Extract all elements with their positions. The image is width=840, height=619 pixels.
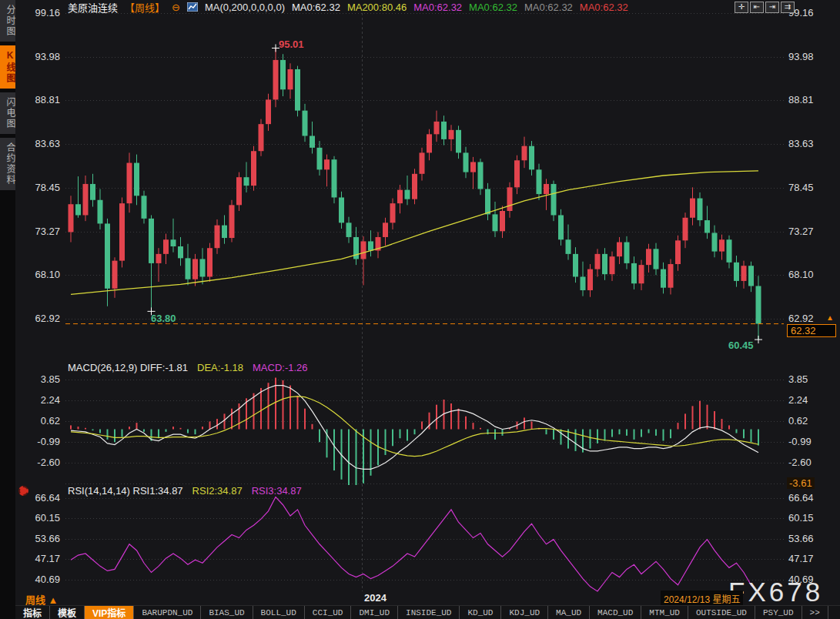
price-tick-label: -0.99 xyxy=(26,436,60,447)
macd-dea-label: DEA:-1.18 xyxy=(197,362,243,373)
price-tick-label: 2.24 xyxy=(788,394,808,406)
price-tick-label: 40.69 xyxy=(26,574,60,585)
price-tick-label: 83.63 xyxy=(26,138,60,149)
sidebar-tab-合约资料[interactable]: 合约资料 xyxy=(0,138,15,190)
toolbar-item-MA_UD[interactable]: MA_UD xyxy=(548,606,590,619)
price-tick-label: 47.17 xyxy=(26,553,60,564)
ma-value-label: MA0:62.32 xyxy=(580,2,628,13)
toolbar-item-OUTSIDE_UD[interactable]: OUTSIDE_UD xyxy=(688,606,755,619)
price-tick-label: 88.81 xyxy=(788,94,814,105)
sidebar-tab-K线图[interactable]: K线图 xyxy=(0,45,15,89)
toolbar-item->>[interactable]: >> xyxy=(802,606,828,619)
macd-layer xyxy=(70,378,759,485)
toolbar-item-KDJ_UD[interactable]: KDJ_UD xyxy=(501,606,548,619)
price-tick-label: 66.64 xyxy=(788,492,814,504)
price-tick-label: 93.98 xyxy=(26,51,60,62)
rsi-line xyxy=(71,497,758,593)
price-tick-label: 0.62 xyxy=(26,415,60,427)
price-tick-label: -0.99 xyxy=(788,436,812,447)
price-tick-label: 88.81 xyxy=(26,94,60,105)
toolbar-item-模板[interactable]: 模板 xyxy=(50,606,85,619)
chart-type-icon[interactable] xyxy=(187,2,198,12)
toolbar-item-BOLL_UD[interactable]: BOLL_UD xyxy=(253,606,305,619)
toolbar-item-MACD_UD[interactable]: MACD_UD xyxy=(590,606,641,619)
price-tick-label: 93.98 xyxy=(788,51,814,62)
price-tick-label: 66.64 xyxy=(26,492,60,504)
price-tick-label: 73.27 xyxy=(788,226,814,237)
toolbar-item-MTM_UD[interactable]: MTM_UD xyxy=(641,606,688,619)
price-tick-label: 0.62 xyxy=(788,415,808,427)
macd-diff-label: MACD(26,12,9) DIFF:-1.81 xyxy=(68,362,188,373)
ma-formula-label: MA(0,200,0,0,0,0) xyxy=(205,2,285,13)
price-tick-label: 83.63 xyxy=(788,138,814,149)
toolbar-item-KD_UD[interactable]: KD_UD xyxy=(460,606,501,619)
window-buttons: ✛⇤⇥⇉ xyxy=(735,2,795,13)
cursor-date-label: 2024/12/13 星期五 xyxy=(661,591,743,607)
price-tick-label: 60.15 xyxy=(788,512,814,524)
price-tick-label: 40.69 xyxy=(788,574,814,585)
price-tick-label: -2.60 xyxy=(788,457,812,468)
x-axis-year-label: 2024 xyxy=(364,592,387,604)
rsi3-label: RSI3:34.87 xyxy=(252,485,302,497)
price-tick-label: 47.17 xyxy=(788,553,814,564)
page-right-icon[interactable]: ⇥ xyxy=(765,2,779,13)
swing-low-label-1: 63.80 xyxy=(151,313,176,324)
chart-canvas[interactable] xyxy=(0,0,840,619)
macd-header: MACD(26,12,9) DIFF:-1.81 DEA:-1.18 MACD:… xyxy=(68,362,308,373)
rsi1-label: RSI(14,14,14) RSI1:34.87 xyxy=(68,485,183,497)
ma-value-label: MA0:62.32 xyxy=(413,2,462,13)
toolbar-item-PSY_UD[interactable]: PSY_UD xyxy=(755,606,802,619)
pan-icon[interactable]: ✛ xyxy=(735,2,748,13)
toolbar-item-指标[interactable]: 指标 xyxy=(15,606,50,619)
price-tick-label: 60.15 xyxy=(26,512,60,524)
price-tick-label: 68.10 xyxy=(788,269,814,280)
period-tag[interactable]: 【周线】 xyxy=(125,0,165,15)
price-tick-label: 73.27 xyxy=(26,226,60,237)
price-tick-label: -2.60 xyxy=(26,457,60,468)
toolbar-item-BARUPDN_UD[interactable]: BARUPDN_UD xyxy=(134,606,201,619)
price-tick-label: 2.24 xyxy=(26,394,60,406)
price-tick-label: 78.45 xyxy=(26,182,60,193)
toolbar-item-CCI_UD[interactable]: CCI_UD xyxy=(305,606,352,619)
sidebar-tab-闪电图[interactable]: 闪电图 xyxy=(0,92,15,134)
extreme-marker xyxy=(755,336,762,343)
price-tick-label: 53.66 xyxy=(26,533,60,544)
sidebar-tab-分时图[interactable]: 分时图 xyxy=(0,0,15,42)
price-tick-label: 3.85 xyxy=(788,373,808,385)
chart-mode-sidebar: 分时图K线图闪电图合约资料 xyxy=(0,0,15,619)
rsi-header: RSI(14,14,14) RSI1:34.87 RSI2:34.87 RSI3… xyxy=(68,485,302,497)
price-tick-label: 62.92 xyxy=(788,313,814,324)
price-up-arrow-icon: ▲ xyxy=(826,313,834,322)
record-dot-icon[interactable] xyxy=(18,486,28,496)
go-latest-icon[interactable]: ⇉ xyxy=(781,2,795,13)
macd-macd-label: MACD:-1.26 xyxy=(253,362,308,373)
indicator-toolbar: 指标模板VIP指标BARUPDN_UDBIAS_UDBOLL_UDCCI_UDD… xyxy=(15,605,840,619)
circle-minus-icon[interactable]: ⊖ xyxy=(172,2,180,13)
ma-values: MA0:62.32MA200:80.46MA0:62.32MA0:62.32MA… xyxy=(292,2,628,13)
rsi2-label: RSI2:34.87 xyxy=(192,485,243,497)
price-tick-label: 78.45 xyxy=(788,182,814,193)
ma-value-label: MA0:62.32 xyxy=(524,2,573,13)
price-tick-label: 68.10 xyxy=(26,269,60,280)
symbol-title: 美原油连续 xyxy=(68,0,118,15)
toolbar-item-BIAS_UD[interactable]: BIAS_UD xyxy=(201,606,253,619)
price-tick-label: 99.16 xyxy=(26,7,60,18)
swing-high-label: 95.01 xyxy=(279,38,304,50)
macd-low-tag: -3.61 xyxy=(787,477,815,489)
price-tick-label: 62.92 xyxy=(26,313,60,324)
candlestick-layer xyxy=(69,48,761,340)
toolbar-item-VIP指标[interactable]: VIP指标 xyxy=(85,606,134,619)
gridlines-layer xyxy=(65,13,784,591)
toolbar-item-INSIDE_UD[interactable]: INSIDE_UD xyxy=(398,606,460,619)
price-tick-label: 53.66 xyxy=(788,533,814,544)
chart-application: { "header": { "title": "美原油连续", "period"… xyxy=(0,0,840,619)
toolbar-item-DMI_UD[interactable]: DMI_UD xyxy=(351,606,398,619)
ma-value-label: MA0:62.32 xyxy=(292,2,340,13)
chart-header: 美原油连续 【周线】 ⊖ MA(0,200,0,0,0,0) MA0:62.32… xyxy=(68,1,628,13)
page-left-icon[interactable]: ⇤ xyxy=(750,2,764,13)
swing-low-label-2: 60.45 xyxy=(728,340,754,351)
price-tick-label: 3.85 xyxy=(26,373,60,385)
last-price-tag: 62.32 xyxy=(787,324,836,337)
ma-value-label: MA200:80.46 xyxy=(347,2,407,13)
ma-value-label: MA0:62.32 xyxy=(469,2,517,13)
